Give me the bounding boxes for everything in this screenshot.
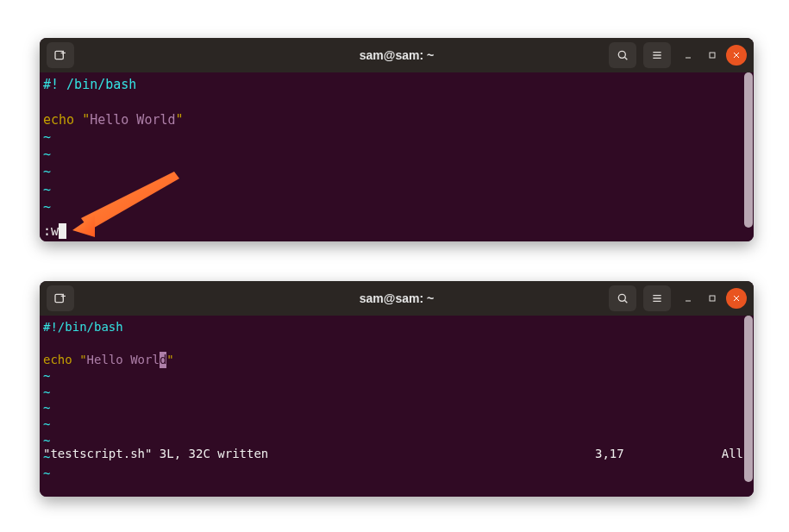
code-line-2: echo "Hello World"	[43, 352, 750, 368]
new-tab-button[interactable]	[47, 42, 74, 68]
vim-tilde: ~	[43, 385, 750, 401]
quote-close: "	[176, 112, 184, 128]
hamburger-menu-button[interactable]	[643, 42, 671, 68]
quote-open: "	[79, 353, 86, 366]
code-line-blank	[43, 335, 750, 352]
hamburger-menu-button[interactable]	[643, 285, 671, 311]
code-line-1: #!/bin/bash	[43, 319, 750, 335]
close-button[interactable]	[726, 45, 747, 66]
vim-command-text: :w	[43, 223, 59, 239]
vim-tilde: ~	[43, 163, 750, 180]
terminal-content[interactable]: #!/bin/bash echo "Hello World" ~ ~ ~ ~ ~…	[40, 316, 754, 497]
terminal-content[interactable]: #! /bin/bash echo "Hello World" ~ ~ ~ ~ …	[40, 72, 754, 241]
new-tab-button[interactable]	[47, 285, 74, 311]
scrollbar[interactable]	[744, 72, 753, 228]
titlebar: sam@sam: ~	[40, 281, 754, 316]
status-scroll: All	[698, 446, 750, 462]
search-button[interactable]	[609, 42, 636, 68]
maximize-button[interactable]	[702, 45, 723, 66]
code-line-blank	[43, 93, 750, 110]
vim-tilde: ~	[43, 128, 750, 146]
code-line-1: #! /bin/bash	[43, 76, 750, 93]
vim-tilde: ~	[43, 368, 750, 385]
code-line-2: echo "Hello World"	[43, 111, 750, 128]
cursor-icon	[59, 223, 66, 239]
status-position: 3,17	[595, 446, 698, 462]
status-message: "testscript.sh" 3L, 32C written	[43, 446, 595, 462]
echo-string-pre: Hello Worl	[87, 353, 160, 366]
vim-command-line[interactable]: :w	[43, 222, 750, 240]
vim-tilde: ~	[43, 198, 750, 216]
quote-open: "	[82, 112, 90, 128]
svg-point-17	[618, 294, 625, 301]
svg-rect-9	[710, 53, 715, 58]
echo-keyword: echo	[43, 112, 74, 128]
terminal-window-2: sam@sam: ~ #!/bin/bash echo "Hello World…	[40, 281, 754, 497]
minimize-button[interactable]	[678, 45, 698, 66]
quote-close: "	[166, 353, 173, 366]
svg-point-3	[618, 51, 625, 58]
vim-tilde: ~	[43, 146, 750, 163]
titlebar: sam@sam: ~	[40, 38, 754, 72]
terminal-window-1: sam@sam: ~ #! /bin/bash echo "Hello Worl…	[40, 38, 754, 241]
shebang: #! /bin/bash	[43, 77, 136, 92]
minimize-button[interactable]	[678, 288, 698, 309]
svg-line-18	[624, 300, 627, 303]
close-button[interactable]	[726, 288, 747, 309]
maximize-button[interactable]	[702, 288, 723, 309]
search-button[interactable]	[609, 285, 636, 311]
vim-tilde: ~	[43, 181, 750, 198]
svg-line-4	[624, 57, 627, 59]
echo-keyword: echo	[43, 353, 72, 366]
svg-rect-23	[710, 296, 715, 301]
echo-string: Hello World	[90, 112, 175, 128]
shebang: #!/bin/bash	[43, 320, 123, 334]
vim-status-line: "testscript.sh" 3L, 32C written 3,17 All	[43, 414, 750, 495]
